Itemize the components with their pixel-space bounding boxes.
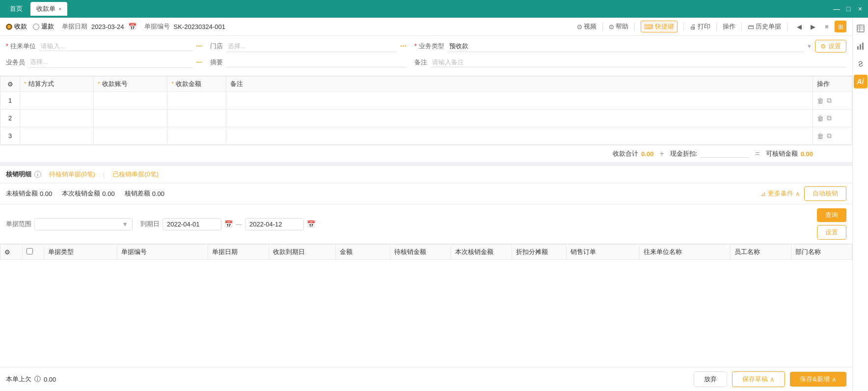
op-header: 操作 (813, 77, 852, 92)
pending-tab[interactable]: 待核销单据(0笔) (49, 170, 95, 179)
grid-view-button[interactable]: ⊞ (835, 21, 846, 32)
receipt-table-area: ⚙ 结算方式 收款账号 收款金额 备注 (0, 76, 852, 145)
staff-name-header: 员工名称 (731, 245, 791, 260)
copy-icon-2[interactable]: ⧉ (827, 114, 832, 122)
doc-range-select[interactable]: ▼ (34, 218, 133, 230)
discount-input[interactable] (700, 150, 749, 158)
amount-cell-1[interactable] (167, 92, 226, 110)
query-button[interactable]: 查询 (817, 208, 846, 222)
remark-header: 备注 (226, 77, 813, 92)
prev-button[interactable]: ◀ (793, 21, 805, 32)
help-label: 帮助 (616, 22, 628, 31)
recon-table-wrapper[interactable]: ⚙ 单据类型 单据编号 单据日期 (0, 244, 852, 367)
shop-more-button[interactable]: ··· (400, 42, 407, 51)
window-minimize-button[interactable]: — (833, 5, 841, 13)
account-cell-2[interactable] (94, 110, 167, 127)
due-date-to-input[interactable] (245, 218, 304, 230)
print-label: 打印 (698, 22, 710, 31)
staff-more-button[interactable]: ··· (196, 58, 202, 67)
settle-cell-2[interactable] (20, 110, 94, 127)
home-tab[interactable]: 首页 (4, 2, 28, 16)
settings-button[interactable]: ⚙ 设置 (815, 40, 846, 53)
window-maximize-button[interactable]: □ (844, 5, 852, 13)
help-button[interactable]: ⊙ 帮助 (609, 22, 628, 31)
save-new-button[interactable]: 保存&新增 ∧ (790, 372, 846, 387)
remark-input[interactable] (430, 57, 846, 67)
account-cell-3[interactable] (94, 127, 167, 145)
home-tab-label: 首页 (10, 4, 23, 13)
shop-select[interactable]: 选择... (226, 41, 397, 52)
doc-range-label: 单据范围 (6, 220, 31, 228)
due-date-from-input[interactable] (163, 218, 221, 230)
sidebar-link-icon[interactable] (854, 57, 868, 71)
biz-type-arrow-icon[interactable]: ▼ (807, 43, 812, 49)
refund-radio[interactable]: 退款 (33, 22, 54, 31)
select-all-checkbox[interactable] (27, 248, 33, 254)
remark-cell-3[interactable] (226, 127, 813, 145)
remark-cell-1[interactable] (226, 92, 813, 110)
print-button[interactable]: 🖨 打印 (690, 22, 710, 31)
account-cell-1[interactable] (94, 92, 167, 110)
doc-date-header: 单据日期 (208, 245, 269, 260)
oper-button[interactable]: 操作 (723, 22, 735, 31)
form-row-1: 往来单位 ··· 门店 选择... ··· 业务类型 预收款 ▼ ⚙ 设置 (6, 40, 846, 53)
active-tab[interactable]: 收款单 × (30, 2, 67, 16)
doc-date-info: 单据日期 2023-03-24 📅 (62, 22, 136, 31)
date-to-icon[interactable]: 📅 (307, 220, 315, 228)
window-close-button[interactable]: × (856, 5, 864, 13)
history-button[interactable]: 🗃 历史单据 (748, 22, 781, 31)
toolbar-divider-2 (634, 23, 635, 30)
biz-type-select[interactable]: 预收款 (447, 41, 804, 52)
counterparty-field: 往来单位 ··· (6, 41, 202, 51)
svg-rect-6 (862, 43, 864, 50)
amount-cell-2[interactable] (167, 110, 226, 127)
copy-icon-1[interactable]: ⧉ (827, 96, 832, 105)
settle-cell-3[interactable] (20, 127, 94, 145)
form-area: 往来单位 ··· 门店 选择... ··· 业务类型 预收款 ▼ ⚙ 设置 (0, 36, 852, 76)
copy-icon-3[interactable]: ⧉ (827, 132, 832, 140)
recon-title-text: 核销明细 (6, 170, 31, 179)
sidebar-chart-icon[interactable] (854, 39, 868, 53)
pending-amount-header: 待核销金额 (390, 245, 451, 260)
counterparty-input[interactable] (39, 41, 193, 51)
current-label: 本次核销金额 (62, 189, 100, 198)
delete-icon-2[interactable]: 🗑 (817, 114, 824, 122)
equal-sign: = (755, 149, 760, 158)
completed-tab[interactable]: 已核销单据(0笔) (112, 170, 159, 179)
summary-input[interactable] (226, 57, 407, 67)
remark-cell-2[interactable] (226, 110, 813, 127)
receive-radio[interactable]: 收款 (6, 22, 27, 31)
auto-recon-button[interactable]: 自动核销 (804, 186, 846, 201)
save-draft-button[interactable]: 保存草稿 ∧ (732, 371, 785, 387)
staff-select[interactable]: 选择... (28, 56, 193, 68)
gear-header-cell[interactable]: ⚙ (0, 77, 20, 92)
row-num-1: 1 (0, 92, 20, 110)
amount-cell-3[interactable] (167, 127, 226, 145)
amount-header: 金额 (336, 245, 390, 260)
more-filter-button[interactable]: ⊿ 更多条件 ∧ (760, 189, 800, 198)
date-from-icon[interactable]: 📅 (224, 220, 233, 228)
this-doc-info-icon[interactable]: ⓘ (34, 375, 41, 384)
doc-date-icon[interactable]: 📅 (128, 23, 136, 30)
delete-icon-3[interactable]: 🗑 (817, 132, 824, 140)
abandon-button[interactable]: 放弃 (694, 371, 727, 387)
doc-type-radio-group: 收款 退款 (6, 22, 54, 31)
svg-rect-5 (860, 44, 861, 50)
video-button[interactable]: ⊙ 视频 (577, 22, 597, 31)
delete-icon-1[interactable]: 🗑 (817, 97, 824, 105)
recon-info-icon[interactable]: i (34, 171, 41, 178)
recon-gear-header[interactable]: ⚙ (0, 245, 23, 260)
shortcut-button[interactable]: ⌨ 快捷键 (641, 21, 678, 32)
next-button[interactable]: ▶ (807, 21, 819, 32)
recon-settings-button[interactable]: 设置 (817, 225, 846, 240)
recon-checkbox-header[interactable] (22, 245, 44, 260)
doc-range-arrow-icon: ▼ (122, 221, 128, 228)
settle-cell-1[interactable] (20, 92, 94, 110)
list-view-button[interactable]: ≡ (821, 21, 833, 32)
doc-num-label: 单据编号 (144, 22, 170, 31)
sidebar-table-icon[interactable] (854, 22, 868, 35)
sidebar-ai-icon[interactable]: Ai (854, 75, 868, 88)
counterparty-more-button[interactable]: ··· (196, 42, 202, 51)
save-draft-arrow-icon: ∧ (770, 376, 775, 383)
close-tab-button[interactable]: × (58, 6, 61, 12)
